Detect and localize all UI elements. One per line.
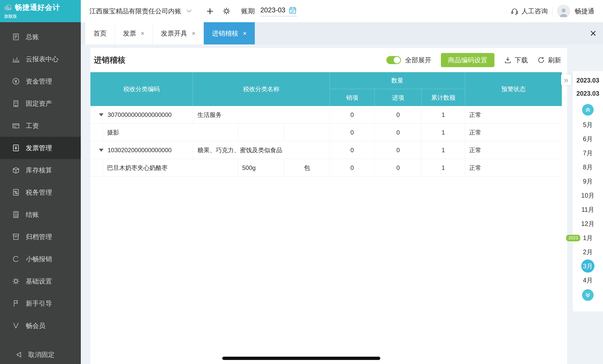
sidebar-unpin-button[interactable]: 取消固定 xyxy=(0,345,81,364)
calendar-icon[interactable] xyxy=(288,6,297,15)
cell-tax-name: 生活服务 xyxy=(193,106,330,123)
timeline-month[interactable]: 5月 xyxy=(583,118,593,132)
unpin-icon xyxy=(16,350,24,359)
sidebar-item-general-ledger[interactable]: 总账 xyxy=(0,26,81,48)
sidebar-item-basic-settings[interactable]: 基础设置 xyxy=(0,270,81,292)
timeline-month[interactable]: 7月 xyxy=(583,146,593,160)
sidebar-item-cloud-reports[interactable]: 云报表中心 xyxy=(0,48,81,70)
collapse-panel-handle[interactable]: » xyxy=(561,74,571,85)
sidebar-item-label: 资金管理 xyxy=(26,77,52,86)
chevron-down-icon[interactable] xyxy=(185,7,193,15)
timeline-month[interactable]: 6月 xyxy=(583,132,593,146)
timeline-month[interactable]: 11月 xyxy=(582,202,594,217)
sidebar-item-archive[interactable]: 归档管理 xyxy=(0,226,81,248)
sidebar-item-invoice-management[interactable]: 发票管理 xyxy=(0,137,81,159)
sidebar-item-payroll[interactable]: 工资 xyxy=(0,115,81,137)
app-logo: 畅捷通好会计 旗舰版 xyxy=(0,0,81,22)
timeline-month[interactable]: 9月 xyxy=(583,174,593,188)
download-label: 下载 xyxy=(515,56,528,65)
tab-invoice-issue[interactable]: 发票开具 × xyxy=(153,22,204,44)
timeline-period[interactable]: 2023.03 xyxy=(576,74,599,87)
cell-status: 正常 xyxy=(465,106,562,123)
tab-label: 进销稽核 xyxy=(212,29,238,38)
sidebar-item-tax[interactable]: 税务管理 xyxy=(0,181,81,203)
timeline-period[interactable]: 2023.03 xyxy=(576,87,599,100)
timeline-scroll-down-button[interactable] xyxy=(582,289,594,301)
tab-close-icon[interactable]: × xyxy=(192,30,195,37)
cell-total: 1 xyxy=(422,159,465,176)
header-tax-name: 税收分类名称 xyxy=(193,72,330,106)
timeline-month[interactable]: 12月 xyxy=(581,217,595,231)
download-button[interactable]: 下载 xyxy=(504,56,528,65)
close-all-tabs-button[interactable]: × xyxy=(590,28,596,39)
table-header: 税收分类编码 税收分类名称 数量 销项 进项 累计数额 预警状态 xyxy=(90,72,562,106)
cell-input: 0 xyxy=(375,124,422,141)
sidebar-item-reimbursement[interactable]: 小畅报销 xyxy=(0,248,81,270)
page-title: 进销稽核 xyxy=(94,55,125,65)
tab-close-icon[interactable]: × xyxy=(141,30,144,37)
bar-chart-icon xyxy=(12,55,20,63)
sidebar-item-label: 税务管理 xyxy=(26,188,52,197)
tab-home[interactable]: 首页 xyxy=(85,22,115,44)
tab-purchase-sales-audit[interactable]: 进销稽核 × xyxy=(204,22,255,44)
period-value[interactable]: 2023-03 xyxy=(260,6,285,14)
add-button[interactable]: + xyxy=(207,5,213,17)
expand-all-label: 全部展开 xyxy=(405,56,431,65)
cell-output: 0 xyxy=(330,106,375,123)
expand-all-toggle[interactable] xyxy=(386,56,401,64)
toggle-knob xyxy=(394,57,400,63)
period-label: 账期 xyxy=(241,7,255,16)
period-picker[interactable]: 2023-03 xyxy=(260,6,297,16)
consult-label: 人工咨询 xyxy=(521,7,548,16)
user-name[interactable]: 畅捷通 xyxy=(575,7,594,16)
cell-tax-code: 1030202000000000000 xyxy=(108,147,172,154)
timeline-month-active[interactable]: 3月 xyxy=(581,259,594,273)
sidebar-item-label: 发票管理 xyxy=(26,144,52,152)
calculator-icon xyxy=(12,210,20,219)
sidebar-item-funds[interactable]: 资金管理 xyxy=(0,70,81,92)
timeline-month[interactable]: 2月 xyxy=(583,245,593,259)
sidebar-item-membership[interactable]: 畅会员 xyxy=(0,315,81,337)
sidebar-item-inventory[interactable]: 库存核算 xyxy=(0,159,81,181)
sidebar-item-beginner-guide[interactable]: 新手引导 xyxy=(0,292,81,315)
sidebar-item-fixed-assets[interactable]: 固定资产 xyxy=(0,92,81,115)
sidebar-item-closing[interactable]: 结账 xyxy=(0,203,81,226)
expand-toggle-icon[interactable] xyxy=(99,113,104,116)
timeline-month[interactable]: 10月 xyxy=(581,188,595,202)
expand-toggle-icon[interactable] xyxy=(99,149,104,152)
cell-spec xyxy=(238,124,284,141)
manual-consult-button[interactable]: 人工咨询 xyxy=(510,7,548,16)
header-status: 预警状态 xyxy=(465,72,562,106)
timeline-month[interactable]: 8月 xyxy=(583,160,593,174)
tab-invoice[interactable]: 发票 × xyxy=(115,22,153,44)
table-row: 摄影 0 0 1 正常 xyxy=(90,124,562,141)
timeline-month[interactable]: 4月 xyxy=(583,273,593,287)
cell-output: 0 xyxy=(330,124,375,141)
double-chevron-up-icon xyxy=(584,106,591,113)
avatar[interactable] xyxy=(557,5,570,18)
table-row: 巴旦木奶枣夹心奶酪枣 500g 包 0 0 1 正常 xyxy=(90,159,562,177)
v-member-icon xyxy=(12,321,20,330)
c-logo-icon xyxy=(12,255,20,263)
sidebar: 畅捷通好会计 旗舰版 总账 云报表中心 资金管理 固定资产 xyxy=(0,0,81,364)
timeline-scroll-up-button[interactable] xyxy=(582,104,594,116)
header-input: 进项 xyxy=(375,89,422,106)
ledger-icon xyxy=(12,33,20,41)
tab-close-icon[interactable]: × xyxy=(243,30,246,37)
cell-total: 1 xyxy=(422,141,465,159)
sidebar-item-label: 归档管理 xyxy=(26,232,52,241)
timeline-month[interactable]: 1月 xyxy=(583,231,593,245)
refresh-button[interactable]: 刷新 xyxy=(537,56,561,65)
horizontal-scrollbar[interactable] xyxy=(222,357,380,360)
cell-input: 0 xyxy=(375,141,422,159)
double-chevron-down-icon xyxy=(584,292,591,299)
company-selector[interactable]: 江西服宝精品有限责任公司内账 xyxy=(89,7,181,16)
product-code-settings-button[interactable]: 商品编码设置 xyxy=(441,53,494,67)
coin-icon xyxy=(12,77,20,86)
page-toolbar: 进销稽核 全部展开 商品编码设置 下载 xyxy=(90,48,567,72)
header-output: 销项 xyxy=(330,89,375,106)
settings-gear-icon[interactable] xyxy=(222,7,231,16)
table-row: 3070000000000000000 生活服务 0 0 1 正常 xyxy=(90,106,562,124)
cell-total: 1 xyxy=(422,106,465,123)
header-divider xyxy=(552,7,552,15)
